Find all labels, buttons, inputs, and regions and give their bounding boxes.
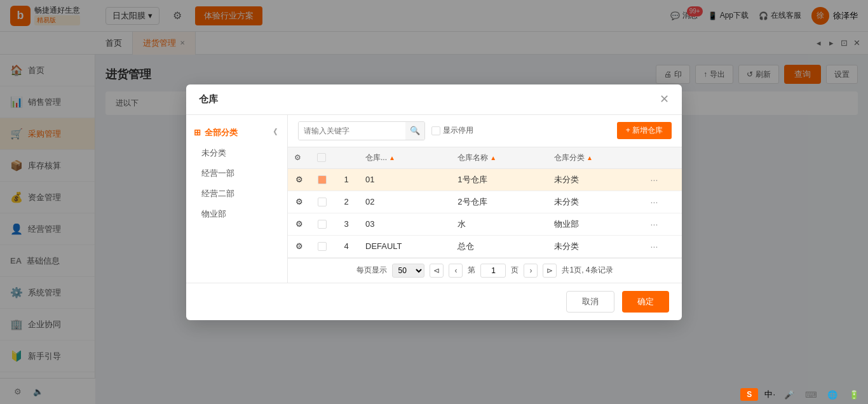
status-bar: S 中· 🎤 ⌨ 🌐 🔋 bbox=[734, 385, 868, 404]
row-gear[interactable]: ⚙ bbox=[288, 191, 311, 213]
row-checkbox[interactable] bbox=[311, 213, 334, 235]
modal-title: 仓库 bbox=[199, 93, 218, 105]
search-input-wrap: 🔍 bbox=[298, 121, 425, 140]
row-gear[interactable]: ⚙ bbox=[288, 168, 311, 191]
zh-label: 中· bbox=[764, 389, 775, 400]
row-num: 4 bbox=[334, 235, 359, 257]
table-header-row: ⚙ 仓库... ▲ bbox=[288, 147, 682, 169]
total-info: 共1页, 4条记录 bbox=[562, 265, 613, 276]
page-label: 第 bbox=[468, 265, 475, 276]
page-size-label: 每页显示 bbox=[356, 265, 387, 276]
cat-item-ops2[interactable]: 经营二部 bbox=[186, 184, 287, 204]
th-code[interactable]: 仓库... ▲ bbox=[359, 147, 451, 169]
mic-icon[interactable]: 🎤 bbox=[782, 387, 797, 402]
modal-action-footer: 取消 确定 bbox=[186, 283, 682, 320]
battery-icon[interactable]: 🔋 bbox=[846, 387, 862, 402]
row-category: 未分类 bbox=[548, 191, 644, 213]
page-first-btn[interactable]: ⊲ bbox=[430, 264, 444, 278]
sort-icon-category: ▲ bbox=[587, 154, 593, 161]
row-category: 物业部 bbox=[548, 213, 644, 235]
cat-item-property[interactable]: 物业部 bbox=[186, 204, 287, 224]
grid-icon: ⊞ bbox=[194, 128, 201, 137]
table-row[interactable]: ⚙ 1 01 1号仓库 未分类 ··· bbox=[288, 168, 682, 191]
th-code-label: 仓库... bbox=[365, 152, 387, 163]
add-warehouse-btn[interactable]: + 新增仓库 bbox=[617, 122, 672, 139]
th-name[interactable]: 仓库名称 ▲ bbox=[451, 147, 548, 169]
th-gear[interactable]: ⚙ bbox=[288, 147, 311, 169]
cat-item-ops1[interactable]: 经营一部 bbox=[186, 163, 287, 184]
row-checkbox[interactable] bbox=[311, 235, 334, 257]
th-actions bbox=[644, 147, 682, 169]
th-category-label: 仓库分类 bbox=[554, 152, 585, 163]
show-disabled-checkbox[interactable] bbox=[431, 126, 440, 135]
row-more[interactable]: ··· bbox=[644, 213, 682, 235]
th-name-label: 仓库名称 bbox=[458, 152, 488, 163]
search-input[interactable] bbox=[299, 122, 405, 140]
table-row[interactable]: ⚙ 2 02 2号仓库 未分类 ··· bbox=[288, 191, 682, 213]
row-num: 2 bbox=[334, 191, 359, 213]
modal-category-sidebar: ⊞ 全部分类 《 未分类 经营一部 经营二部 物业部 bbox=[186, 115, 288, 283]
th-category[interactable]: 仓库分类 ▲ bbox=[548, 147, 644, 169]
collapse-btn[interactable]: 《 bbox=[267, 126, 280, 139]
row-name: 水 bbox=[451, 213, 548, 235]
confirm-btn[interactable]: 确定 bbox=[622, 291, 669, 313]
modal-search-bar: 🔍 显示停用 + 新增仓库 bbox=[288, 115, 682, 147]
table-row[interactable]: ⚙ 4 DEFAULT 总仓 未分类 ··· bbox=[288, 235, 682, 257]
sort-icon-code: ▲ bbox=[389, 154, 395, 161]
sort-icon-name: ▲ bbox=[490, 154, 496, 161]
modal-close-icon[interactable]: ✕ bbox=[660, 92, 669, 106]
modal-overlay[interactable]: 仓库 ✕ ⊞ 全部分类 《 未分类 经营一部 经营二部 物业部 bbox=[0, 0, 868, 404]
row-checkbox[interactable] bbox=[311, 168, 334, 191]
s-logo: S bbox=[740, 388, 758, 401]
row-category: 未分类 bbox=[548, 168, 644, 191]
row-num: 3 bbox=[334, 213, 359, 235]
row-code: 02 bbox=[359, 191, 451, 213]
all-category-label[interactable]: 全部分类 bbox=[205, 127, 238, 138]
th-check[interactable] bbox=[311, 147, 334, 169]
modal-main: 🔍 显示停用 + 新增仓库 ⚙ bbox=[288, 115, 682, 283]
page-last-btn[interactable]: ⊳ bbox=[543, 264, 557, 278]
row-gear[interactable]: ⚙ bbox=[288, 213, 311, 235]
row-name: 2号仓库 bbox=[451, 191, 548, 213]
warehouse-table: ⚙ 仓库... ▲ bbox=[288, 147, 682, 258]
row-code: 03 bbox=[359, 213, 451, 235]
show-disabled-label: 显示停用 bbox=[443, 125, 473, 136]
table-row[interactable]: ⚙ 3 03 水 物业部 ··· bbox=[288, 213, 682, 235]
row-more[interactable]: ··· bbox=[644, 235, 682, 257]
page-unit: 页 bbox=[511, 265, 519, 276]
page-next-btn[interactable]: › bbox=[524, 264, 538, 278]
modal-header: 仓库 ✕ bbox=[186, 84, 682, 115]
row-name: 1号仓库 bbox=[451, 168, 548, 191]
search-icon[interactable]: 🔍 bbox=[405, 121, 424, 140]
cat-header: ⊞ 全部分类 《 bbox=[186, 123, 287, 143]
page-size-select[interactable]: 102050100 bbox=[392, 264, 424, 278]
modal-body: ⊞ 全部分类 《 未分类 经营一部 经营二部 物业部 🔍 bbox=[186, 115, 682, 283]
row-name: 总仓 bbox=[451, 235, 548, 257]
row-num: 1 bbox=[334, 168, 359, 191]
network-icon[interactable]: 🌐 bbox=[825, 387, 840, 402]
show-disabled-wrap[interactable]: 显示停用 bbox=[431, 125, 473, 136]
select-all-checkbox[interactable] bbox=[317, 153, 326, 162]
modal-table-wrap: ⚙ 仓库... ▲ bbox=[288, 147, 682, 258]
row-more[interactable]: ··· bbox=[644, 168, 682, 191]
row-checkbox[interactable] bbox=[311, 191, 334, 213]
cancel-btn[interactable]: 取消 bbox=[566, 291, 614, 313]
row-category: 未分类 bbox=[548, 235, 644, 257]
modal-pagination: 每页显示 102050100 ⊲ ‹ 第 页 › ⊳ 共1页, 4条记录 bbox=[288, 258, 682, 283]
row-more[interactable]: ··· bbox=[644, 191, 682, 213]
row-gear[interactable]: ⚙ bbox=[288, 235, 311, 257]
keyboard-icon[interactable]: ⌨ bbox=[803, 387, 818, 402]
warehouse-modal: 仓库 ✕ ⊞ 全部分类 《 未分类 经营一部 经营二部 物业部 bbox=[186, 84, 682, 320]
row-code: DEFAULT bbox=[359, 235, 451, 257]
th-num bbox=[334, 147, 359, 169]
page-input[interactable] bbox=[480, 264, 506, 278]
cat-item-uncategorized[interactable]: 未分类 bbox=[186, 143, 287, 163]
page-prev-btn[interactable]: ‹ bbox=[449, 264, 463, 278]
row-code: 01 bbox=[359, 168, 451, 191]
